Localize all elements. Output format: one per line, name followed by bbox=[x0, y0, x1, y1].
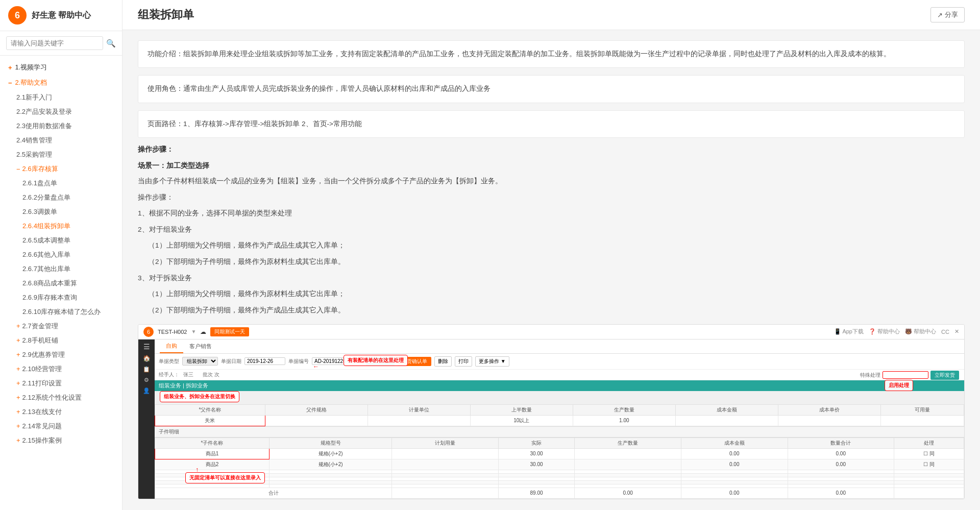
col-parent-spec: 父件规格 bbox=[265, 404, 368, 415]
right-field-input[interactable] bbox=[883, 371, 928, 379]
search-input[interactable] bbox=[6, 36, 103, 50]
table-row bbox=[155, 473, 964, 477]
table-row: 商品1 规格(小+2) 30.00 0.00 0.00 ☐ 同 bbox=[155, 448, 964, 459]
sidebar-item-cases[interactable]: +2.15操作案例 bbox=[0, 433, 122, 448]
sidebar-item-stocktake[interactable]: 2.6.1盘点单 bbox=[0, 176, 122, 190]
sidebar-item-partial-stocktake[interactable]: 2.6.2分量盘点单 bbox=[0, 190, 122, 205]
sidebar-item-stock-ledger[interactable]: 2.6.9库存账本查询 bbox=[0, 290, 122, 305]
sidebar-item-data-prep[interactable]: 2.3使用前数据准备 bbox=[0, 119, 122, 133]
table-row: 关米 10以上 1.00 bbox=[155, 415, 964, 426]
sidebar-item-payment[interactable]: +2.13在线支付 bbox=[0, 405, 122, 419]
share-button[interactable]: ↗ 分享 bbox=[930, 7, 965, 22]
app-nav-icon5[interactable]: 👤 bbox=[143, 387, 150, 394]
sidebar-header: 6 好生意 帮助中心 bbox=[0, 0, 122, 31]
app-screenshot-container: 6 TEST-H002 ▼ ☁ 同期测试一天 📱 App下载 ❓ 帮助中心 🐻 … bbox=[138, 324, 965, 499]
btn-more[interactable]: 更多操作 ▼ bbox=[475, 356, 509, 367]
app-close-icon[interactable]: ✕ bbox=[954, 328, 959, 335]
child-name-1: 商品1 bbox=[155, 448, 270, 459]
ops-steps-title: 操作步骤： bbox=[138, 191, 965, 204]
app-nav-icon2[interactable]: 🏠 bbox=[143, 355, 151, 362]
sidebar-item-other-out[interactable]: 2.6.7其他出库单 bbox=[0, 262, 122, 276]
sidebar-item-label: 1.视频学习 bbox=[15, 63, 47, 72]
page-title: 组装拆卸单 bbox=[138, 7, 194, 22]
sidebar-title: 好生意 帮助中心 bbox=[32, 10, 91, 21]
sidebar-item-finance[interactable]: +2.7资金管理 bbox=[0, 319, 122, 333]
sidebar-item-assembly[interactable]: 2.6.4组装拆卸单 bbox=[0, 219, 122, 233]
nav-tree: + 1.视频学习 − 2.帮助文档 2.1新手入门 2.2产品安装及登录 2.3… bbox=[0, 56, 122, 510]
btn-delete[interactable]: 删除 bbox=[434, 356, 452, 367]
plus-icon-214: + bbox=[16, 422, 20, 430]
sidebar-item-install[interactable]: 2.2产品安装及登录 bbox=[0, 105, 122, 119]
tab-kh[interactable]: 客户销售 bbox=[183, 340, 218, 353]
sidebar-item-personalize[interactable]: +2.12系统个性化设置 bbox=[0, 391, 122, 405]
toolbar-date-input[interactable] bbox=[244, 357, 285, 365]
sidebar-item-stock-ledger-fix[interactable]: 2.6.10库存账本错了怎么办 bbox=[0, 305, 122, 319]
child-table-container: *子件名称 规格型号 计划用量 实际 生产数量 成本金额 数量合计 处理 bbox=[155, 438, 964, 499]
sidebar-item-purchase[interactable]: 2.5采购管理 bbox=[0, 148, 122, 162]
sidebar-item-ops[interactable]: +2.10经营管理 bbox=[0, 362, 122, 376]
table-row bbox=[155, 477, 964, 480]
toolbar-type-select[interactable]: 组装拆卸 bbox=[182, 357, 218, 366]
step3: 3、对于拆装业务 bbox=[138, 272, 965, 285]
main-content: 组装拆卸单 ↗ 分享 功能介绍：组装拆卸单用来处理企业组装或拆卸等加工业务，支持… bbox=[122, 0, 980, 510]
role-text: 使用角色：通常由生产人员或库管人员完成拆装业务的操作，库管人员确认原材料的出库和… bbox=[148, 85, 491, 92]
ops-title: 操作步骤： bbox=[138, 145, 965, 154]
footer-label: 合计 bbox=[155, 488, 392, 498]
child-actual-2: 30.00 bbox=[498, 459, 575, 470]
sidebar-item-video-learning[interactable]: + 1.视频学习 bbox=[0, 60, 122, 75]
parent-table: *父件名称 父件规格 计量单位 上半数量 生产数量 成本金额 成本单价 可用量 bbox=[155, 404, 964, 426]
parent-qty-prod-cell: 1.00 bbox=[573, 415, 675, 426]
btn-print[interactable]: 打印 bbox=[455, 356, 472, 367]
col-child-planned: 计划用量 bbox=[392, 438, 499, 448]
share-icon: ↗ bbox=[937, 11, 943, 19]
tab-zigou[interactable]: 自购 bbox=[160, 339, 183, 353]
path-text: 页面路径：1、库存核算->库存管理->组装拆卸单 2、首页->常用功能 bbox=[148, 120, 362, 128]
sidebar-item-inventory[interactable]: − 2.6库存核算 bbox=[0, 162, 122, 176]
btn-right-action[interactable]: 立即发货 bbox=[930, 371, 959, 380]
app-nav-icon3[interactable]: 📋 bbox=[143, 366, 150, 373]
app-nav-icon4[interactable]: ⚙ bbox=[144, 377, 149, 383]
main-header: 组装拆卸单 ↗ 分享 bbox=[122, 0, 980, 30]
toolbar-num-label: 单据编号 bbox=[288, 358, 309, 365]
col-child-actual: 实际 bbox=[498, 438, 575, 448]
step2-1: （1）上部明细为父件明细，最终作为产成品生成其它入库单； bbox=[148, 239, 965, 252]
expand-icon: + bbox=[8, 64, 12, 71]
content-area: 功能介绍：组装拆卸单用来处理企业组装或拆卸等加工业务，支持有固定装配清单的产品加… bbox=[122, 30, 980, 510]
step3-1: （1）上部明细为父件明细，最终作为原材料生成其它出库单； bbox=[148, 287, 965, 301]
app-nav-icon1[interactable]: ☰ bbox=[143, 343, 150, 351]
sidebar-item-coupon[interactable]: +2.9优惠券管理 bbox=[0, 348, 122, 362]
child-qty-1 bbox=[575, 448, 681, 459]
app-topbar-right: 📱 App下载 ❓ 帮助中心 🐻 帮助中心 CC ✕ bbox=[834, 328, 959, 335]
col-child-spec: 规格型号 bbox=[269, 438, 391, 448]
sidebar-item-sales[interactable]: 2.4销售管理 bbox=[0, 133, 122, 148]
sidebar-item-print[interactable]: +2.11打印设置 bbox=[0, 376, 122, 391]
col-parent-qty-upper: 上半数量 bbox=[470, 404, 573, 415]
sidebar-item-transfer[interactable]: 2.6.3调拨单 bbox=[0, 205, 122, 219]
sidebar-item-other-in[interactable]: 2.6.6其他入库单 bbox=[0, 248, 122, 262]
sidebar-item-help-docs[interactable]: − 2.帮助文档 bbox=[0, 75, 122, 90]
sidebar-item-faq[interactable]: +2.14常见问题 bbox=[0, 419, 122, 433]
sidebar-item-mobile[interactable]: +2.8手机旺铺 bbox=[0, 333, 122, 348]
right-field-label: 特殊处理 bbox=[860, 372, 880, 379]
parent-table-container: *父件名称 父件规格 计量单位 上半数量 生产数量 成本金额 成本单价 可用量 bbox=[155, 404, 964, 426]
right-controls: 特殊处理 立即发货 bbox=[860, 371, 959, 380]
app-assembly-header: 组装业务 | 拆卸业务 组装业务、拆卸业务在这里切换 bbox=[155, 380, 964, 391]
sidebar-item-beginner[interactable]: 2.1新手入门 bbox=[0, 90, 122, 105]
child-action-1: ☐ 同 bbox=[894, 448, 964, 459]
sidebar-item-cost-recalc[interactable]: 2.6.8商品成本重算 bbox=[0, 276, 122, 290]
app-topbar: 6 TEST-H002 ▼ ☁ 同期测试一天 📱 App下载 ❓ 帮助中心 🐻 … bbox=[138, 325, 964, 339]
search-icon[interactable]: 🔍 bbox=[106, 39, 116, 48]
step2: 2、对于组装业务 bbox=[138, 223, 965, 236]
plus-icon-210: + bbox=[16, 365, 20, 373]
app-period-btn[interactable]: 同期测试一天 bbox=[210, 327, 249, 336]
app-screenshot: 6 TEST-H002 ▼ ☁ 同期测试一天 📱 App下载 ❓ 帮助中心 🐻 … bbox=[138, 325, 964, 499]
parent-unit-cost-cell bbox=[778, 415, 880, 426]
app-main-area: 自购 客户销售 单据类型 组装拆卸 单据日期 单据编号 bbox=[155, 339, 964, 499]
sidebar-item-label: 2.帮助文档 bbox=[15, 78, 47, 87]
app-logo-inner: 6 bbox=[143, 327, 154, 337]
sidebar-item-cost-adjust[interactable]: 2.6.5成本调整单 bbox=[0, 233, 122, 248]
col-parent-cost: 成本金额 bbox=[675, 404, 778, 415]
col-parent-avail: 可用量 bbox=[880, 404, 964, 415]
annotation-switch: 组装业务、拆卸业务在这里切换 bbox=[160, 391, 239, 402]
scene1-title: 场景一：加工类型选择 bbox=[138, 161, 965, 171]
